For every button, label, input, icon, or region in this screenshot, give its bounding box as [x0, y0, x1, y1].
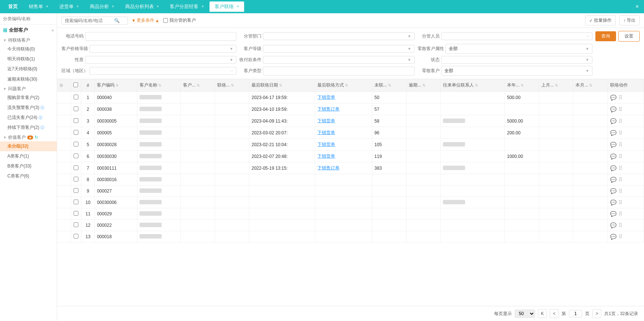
row-checkbox[interactable]: [74, 222, 78, 227]
col-overdue[interactable]: 逾期...: [406, 79, 440, 92]
field-price-level-select[interactable]: ▼: [89, 45, 236, 53]
row-checkbox[interactable]: [74, 165, 78, 170]
close-sales-icon[interactable]: ×: [46, 1, 48, 12]
sidebar-item-c-class[interactable]: C类客户(6): [0, 171, 57, 181]
page-number-input[interactable]: [569, 310, 582, 317]
tab-analysis[interactable]: 商品分析 ×: [85, 1, 119, 12]
qr-icon[interactable]: ⠿: [619, 200, 622, 205]
close-analysis-list-icon[interactable]: ×: [157, 1, 159, 12]
field-region-select[interactable]: ···: [89, 67, 236, 75]
sidebar-item-7days[interactable]: 近7天待联络(0): [0, 64, 57, 74]
tab-purchase[interactable]: 进货单 ×: [54, 1, 84, 12]
last-way-link[interactable]: 下销售订单: [317, 106, 339, 112]
chat-icon[interactable]: 💬: [610, 118, 616, 124]
field-retail-cust-select[interactable]: 全部 ▼: [441, 66, 592, 76]
sidebar-item-ungroup[interactable]: 未分组(32): [0, 141, 57, 151]
tab-customer-contact[interactable]: 客户联络 ×: [210, 1, 244, 12]
group-label-pending[interactable]: ▼ 待联络客户: [0, 36, 57, 44]
chat-icon[interactable]: 💬: [610, 165, 616, 171]
field-dept-select[interactable]: ▼: [263, 32, 414, 40]
window-close-button[interactable]: ×: [633, 3, 641, 10]
row-checkbox[interactable]: [74, 211, 78, 216]
chat-icon[interactable]: 💬: [610, 154, 616, 159]
my-customers-check[interactable]: 我分管的客户: [163, 17, 196, 24]
tab-analysis-list[interactable]: 商品分析列表 ×: [120, 1, 164, 12]
tab-home[interactable]: 首页: [3, 1, 23, 12]
last-way-link[interactable]: 下销货单: [317, 142, 335, 147]
field-retail-attr-select[interactable]: 全部 ▼: [446, 44, 592, 54]
last-way-link[interactable]: 下销货单: [317, 154, 335, 159]
all-customers-header[interactable]: ⊞ 全部客户 «: [0, 25, 57, 36]
row-checkbox[interactable]: [74, 234, 78, 239]
last-way-link[interactable]: 下销货单: [317, 95, 335, 100]
row-checkbox[interactable]: [74, 177, 78, 181]
refresh-icon[interactable]: ↻: [35, 135, 38, 140]
field-status-select[interactable]: ▼: [441, 56, 592, 64]
last-way-link[interactable]: 下销货单: [317, 118, 335, 123]
prev-page-btn[interactable]: <: [550, 309, 559, 318]
close-purchase-icon[interactable]: ×: [77, 1, 79, 12]
sidebar-item-tomorrow[interactable]: 明天待联络(1): [0, 54, 57, 64]
page-size-select[interactable]: 20 50 100: [515, 310, 535, 318]
col-unit-contact[interactable]: 往来单位联系人: [441, 79, 505, 92]
chat-icon[interactable]: 💬: [610, 188, 616, 194]
qr-icon[interactable]: ⠿: [619, 106, 622, 112]
first-page-btn[interactable]: K: [538, 309, 547, 318]
sidebar-item-lost[interactable]: 已流失客户(24) ⓘ: [0, 113, 57, 123]
qr-icon[interactable]: ⠿: [619, 95, 622, 100]
col-no-days[interactable]: 未联...: [372, 79, 406, 92]
row-checkbox[interactable]: [74, 106, 78, 111]
chat-icon[interactable]: 💬: [610, 142, 616, 148]
chat-icon[interactable]: 💬: [610, 211, 616, 217]
qr-icon[interactable]: ⠿: [619, 130, 622, 136]
chat-icon[interactable]: 💬: [610, 106, 616, 112]
group-label-problem[interactable]: ▼ 问题客户: [0, 84, 57, 93]
next-page-btn[interactable]: >: [592, 309, 601, 318]
col-last-way[interactable]: 最后联络方式: [315, 79, 372, 92]
close-customer-mgr-icon[interactable]: ×: [201, 1, 204, 12]
chat-icon[interactable]: 💬: [610, 222, 616, 228]
batch-op-button[interactable]: ✓ 批量操作: [585, 15, 616, 25]
qr-icon[interactable]: ⠿: [619, 188, 622, 194]
more-conditions-btn[interactable]: ▼ 更多条件 ▲: [131, 17, 159, 24]
row-checkbox[interactable]: [74, 130, 78, 135]
row-checkbox[interactable]: [74, 200, 78, 204]
col-level[interactable]: 客户...: [180, 79, 215, 92]
group-label-value[interactable]: ▼ 价值客户 ● ↻: [0, 133, 57, 141]
row-checkbox[interactable]: [74, 95, 78, 99]
my-customers-checkbox[interactable]: [163, 18, 168, 23]
qr-icon[interactable]: ⠿: [619, 118, 622, 124]
field-person-select[interactable]: ···: [441, 32, 592, 40]
sidebar-collapse-btn[interactable]: «: [52, 28, 54, 32]
col-this-year[interactable]: 本年...: [504, 79, 539, 92]
field-phone-input[interactable]: [85, 32, 236, 41]
qr-icon[interactable]: ⠿: [619, 222, 622, 228]
last-way-link[interactable]: 下销售订单: [317, 165, 339, 170]
chat-icon[interactable]: 💬: [610, 130, 616, 136]
sidebar-item-declining[interactable]: 持续下滑客户(2) ⓘ: [0, 123, 57, 133]
field-nature-select[interactable]: ▼: [85, 56, 236, 64]
sidebar-search-input[interactable]: [3, 16, 57, 21]
col-name[interactable]: 客户名称: [137, 79, 181, 92]
sidebar-item-overdue-contact[interactable]: 逾期未联络(30): [0, 74, 57, 84]
chat-icon[interactable]: 💬: [610, 200, 616, 205]
col-settings[interactable]: ⚙: [57, 79, 71, 92]
sidebar-item-abnormal[interactable]: 囤购异常客户(2): [0, 93, 57, 103]
settings-icon[interactable]: ⚙: [59, 83, 63, 88]
col-last-month[interactable]: 上月...: [539, 79, 573, 92]
qr-icon[interactable]: ⠿: [619, 142, 622, 148]
reset-button[interactable]: 设置: [618, 31, 640, 42]
row-checkbox[interactable]: [74, 188, 78, 193]
qr-icon[interactable]: ⠿: [619, 154, 622, 159]
col-code[interactable]: 客户编码: [95, 79, 137, 92]
field-cust-level-select[interactable]: ▼: [263, 45, 414, 53]
last-way-link[interactable]: 下销货单: [317, 130, 335, 135]
row-checkbox[interactable]: [74, 142, 78, 147]
sidebar-item-today[interactable]: 今天待联络(0): [0, 44, 57, 54]
qr-icon[interactable]: ⠿: [619, 177, 622, 183]
col-this-month[interactable]: 本月...: [573, 79, 608, 92]
main-search-icon[interactable]: 🔍: [114, 18, 120, 23]
close-analysis-icon[interactable]: ×: [112, 1, 114, 12]
close-customer-contact-icon[interactable]: ×: [237, 1, 239, 12]
chat-icon[interactable]: 💬: [610, 177, 616, 183]
